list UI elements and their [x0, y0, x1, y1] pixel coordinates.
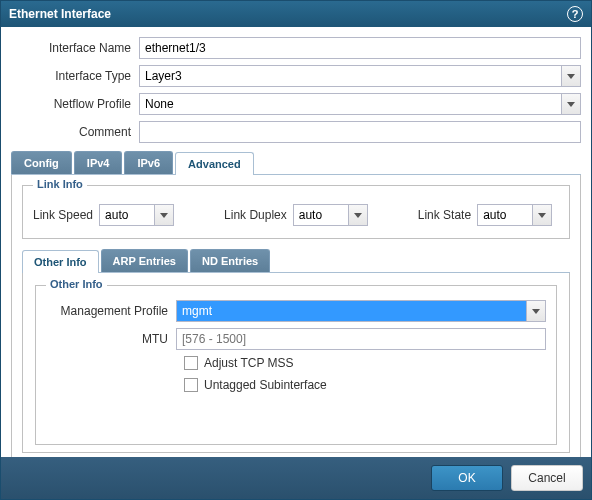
- link-speed-label: Link Speed: [33, 208, 93, 222]
- adjust-mss-checkbox[interactable]: [184, 356, 198, 370]
- dialog-content: Interface Name Interface Type Netflow Pr…: [1, 27, 591, 457]
- mgmt-profile-input[interactable]: [176, 300, 526, 322]
- ok-button[interactable]: OK: [431, 465, 503, 491]
- chevron-down-icon[interactable]: [532, 204, 552, 226]
- chevron-down-icon[interactable]: [561, 65, 581, 87]
- mtu-label: MTU: [46, 332, 176, 346]
- chevron-down-icon[interactable]: [526, 300, 546, 322]
- link-duplex-combo[interactable]: [293, 204, 368, 226]
- advanced-panel: Link Info Link Speed Link Duplex: [11, 175, 581, 457]
- tab-ipv4[interactable]: IPv4: [74, 151, 123, 174]
- chevron-down-icon[interactable]: [348, 204, 368, 226]
- netflow-profile-label: Netflow Profile: [11, 97, 139, 111]
- chevron-down-icon[interactable]: [154, 204, 174, 226]
- comment-input[interactable]: [139, 121, 581, 143]
- svg-marker-2: [160, 213, 168, 218]
- ethernet-interface-dialog: Ethernet Interface ? Interface Name Inte…: [0, 0, 592, 500]
- netflow-profile-combo[interactable]: [139, 93, 581, 115]
- svg-marker-1: [567, 102, 575, 107]
- tab-nd-entries[interactable]: ND Entries: [190, 249, 270, 272]
- svg-marker-3: [354, 213, 362, 218]
- dialog-title: Ethernet Interface: [9, 7, 111, 21]
- dialog-titlebar: Ethernet Interface ?: [1, 1, 591, 27]
- link-info-fieldset: Link Info Link Speed Link Duplex: [22, 185, 570, 239]
- help-icon[interactable]: ?: [567, 6, 583, 22]
- sub-tabs: Other Info ARP Entries ND Entries: [22, 249, 570, 273]
- mtu-input[interactable]: [176, 328, 546, 350]
- mgmt-profile-label: Management Profile: [46, 304, 176, 318]
- adjust-mss-label: Adjust TCP MSS: [204, 356, 294, 370]
- interface-type-combo[interactable]: [139, 65, 581, 87]
- other-info-content: Other Info Management Profile MTU: [22, 273, 570, 453]
- dialog-footer: OK Cancel: [1, 457, 591, 499]
- other-info-fieldset: Other Info Management Profile MTU: [35, 285, 557, 445]
- untagged-subif-checkbox[interactable]: [184, 378, 198, 392]
- link-info-legend: Link Info: [33, 178, 87, 190]
- chevron-down-icon[interactable]: [561, 93, 581, 115]
- link-speed-combo[interactable]: [99, 204, 174, 226]
- svg-marker-5: [532, 309, 540, 314]
- mgmt-profile-combo[interactable]: [176, 300, 546, 322]
- tab-advanced[interactable]: Advanced: [175, 152, 254, 175]
- other-info-legend: Other Info: [46, 278, 107, 290]
- link-duplex-label: Link Duplex: [224, 208, 287, 222]
- interface-name-input[interactable]: [139, 37, 581, 59]
- tab-other-info[interactable]: Other Info: [22, 250, 99, 273]
- interface-name-label: Interface Name: [11, 41, 139, 55]
- link-state-label: Link State: [418, 208, 471, 222]
- svg-marker-0: [567, 74, 575, 79]
- interface-type-input[interactable]: [139, 65, 561, 87]
- main-tabs: Config IPv4 IPv6 Advanced: [11, 151, 581, 175]
- untagged-subif-label: Untagged Subinterface: [204, 378, 327, 392]
- link-state-input[interactable]: [477, 204, 532, 226]
- link-duplex-input[interactable]: [293, 204, 348, 226]
- tab-ipv6[interactable]: IPv6: [124, 151, 173, 174]
- interface-type-label: Interface Type: [11, 69, 139, 83]
- netflow-profile-input[interactable]: [139, 93, 561, 115]
- svg-marker-4: [538, 213, 546, 218]
- tab-config[interactable]: Config: [11, 151, 72, 174]
- cancel-button[interactable]: Cancel: [511, 465, 583, 491]
- link-state-combo[interactable]: [477, 204, 552, 226]
- tab-arp-entries[interactable]: ARP Entries: [101, 249, 188, 272]
- link-speed-input[interactable]: [99, 204, 154, 226]
- comment-label: Comment: [11, 125, 139, 139]
